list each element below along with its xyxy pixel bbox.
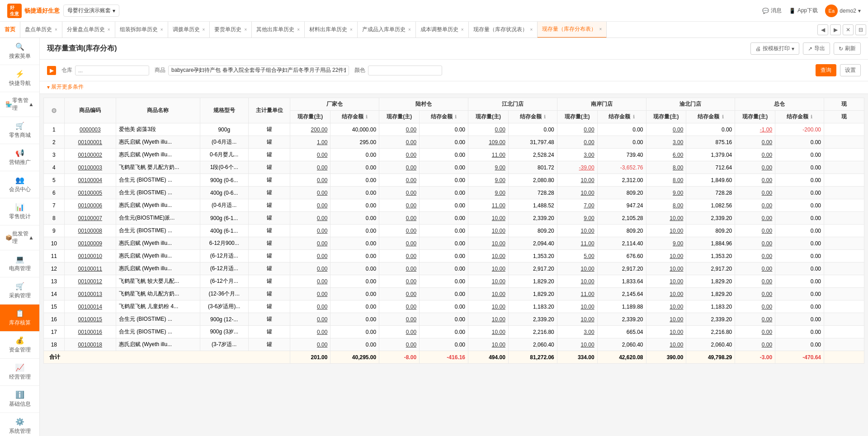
info-icon[interactable]: ℹ — [366, 114, 368, 119]
cell-chang-qty[interactable]: 0.00 — [290, 187, 330, 199]
cell-code[interactable]: 00100015 — [64, 313, 116, 326]
tab-close-all-btn[interactable]: ✕ — [843, 24, 854, 35]
cell-code[interactable]: 00100005 — [64, 187, 116, 199]
cell-yb-qty[interactable]: 6.00 — [646, 149, 686, 161]
cell-na-qty[interactable]: 10.00 — [557, 174, 597, 187]
cell-chang-qty[interactable]: 0.00 — [290, 338, 330, 351]
sidebar-item-1[interactable]: ⚡ 快捷导航 — [0, 65, 39, 92]
cell-chang-qty[interactable]: 0.00 — [290, 149, 330, 161]
sidebar-item-0[interactable]: 🔍 搜索英单 — [0, 38, 39, 65]
tab-menu-btn[interactable]: ⊟ — [855, 24, 866, 35]
cell-yb-qty[interactable]: 10.00 — [646, 338, 686, 351]
cell-lu-qty[interactable]: 0.00 — [379, 212, 420, 225]
refresh-btn[interactable]: ↻ 刷新 — [834, 42, 861, 55]
cell-jb-qty[interactable]: 9.00 — [468, 161, 508, 174]
cell-total-qty[interactable]: 0.00 — [735, 149, 775, 161]
sidebar-item-8[interactable]: 💻 电商管理 — [0, 250, 39, 277]
cell-total-qty[interactable]: -1.00 — [735, 123, 775, 136]
tab-item-2[interactable]: 分量盘点单历史× — [62, 22, 115, 38]
cell-chang-qty[interactable]: 0.00 — [290, 237, 330, 250]
cell-na-qty[interactable]: 10.00 — [557, 187, 597, 199]
cell-total-qty[interactable]: 0.00 — [735, 263, 775, 275]
cell-jb-qty[interactable]: 10.00 — [468, 263, 508, 275]
cell-yb-qty[interactable]: 10.00 — [646, 250, 686, 263]
tab-close-icon[interactable]: × — [160, 27, 163, 32]
cell-na-qty[interactable]: 10.00 — [557, 300, 597, 313]
cell-jb-qty[interactable]: 10.00 — [468, 300, 508, 313]
cell-lu-qty[interactable]: 0.00 — [379, 275, 420, 288]
cell-code[interactable]: 0000003 — [64, 123, 116, 136]
tab-close-icon[interactable]: × — [203, 27, 205, 32]
cell-chang-qty[interactable]: 0.00 — [290, 199, 330, 212]
cell-jb-qty[interactable]: 10.00 — [468, 212, 508, 225]
cell-yb-qty[interactable]: 8.00 — [646, 161, 686, 174]
sidebar-item-11[interactable]: 💰 资金管理 — [0, 332, 39, 359]
cell-chang-qty[interactable]: 0.00 — [290, 275, 330, 288]
tab-item-6[interactable]: 其他出库单历史× — [252, 22, 305, 38]
cell-yb-qty[interactable]: 10.00 — [646, 212, 686, 225]
cell-chang-qty[interactable]: 0.00 — [290, 326, 330, 338]
sidebar-item-14[interactable]: ⚙️ 系统管理 — [0, 413, 39, 436]
tab-next-btn[interactable]: ▶ — [830, 24, 841, 35]
cell-lu-qty[interactable]: 0.00 — [379, 326, 420, 338]
cell-na-qty[interactable]: 10.00 — [557, 225, 597, 237]
sidebar-item-4[interactable]: 📢 营销推广 — [0, 144, 39, 171]
cell-jb-qty[interactable]: 10.00 — [468, 338, 508, 351]
cell-chang-qty[interactable]: 0.00 — [290, 250, 330, 263]
tab-item-0[interactable]: 首页 — [0, 22, 20, 38]
info-icon[interactable]: ℹ — [722, 114, 724, 119]
cell-chang-qty[interactable]: 0.00 — [290, 212, 330, 225]
cell-chang-qty[interactable]: 0.00 — [290, 225, 330, 237]
cell-lu-qty[interactable]: 0.00 — [379, 123, 420, 136]
cell-chang-qty[interactable]: 0.00 — [290, 161, 330, 174]
cell-jb-qty[interactable]: 10.00 — [468, 225, 508, 237]
cell-yb-qty[interactable]: 10.00 — [646, 313, 686, 326]
tab-close-icon[interactable]: × — [108, 27, 110, 32]
cell-code[interactable]: 00100004 — [64, 174, 116, 187]
cell-na-qty[interactable]: 10.00 — [557, 313, 597, 326]
cell-chang-qty[interactable]: 0.00 — [290, 174, 330, 187]
cell-jb-qty[interactable]: 0.00 — [468, 123, 508, 136]
tab-item-11[interactable]: 现存量（库存分布表）× — [538, 22, 607, 38]
sidebar-item-6[interactable]: 📊 零售统计 — [0, 198, 39, 225]
cell-lu-qty[interactable]: 0.00 — [379, 288, 420, 300]
cell-code[interactable]: 00100009 — [64, 237, 116, 250]
sidebar-item-13[interactable]: ℹ️ 基础信息 — [0, 386, 39, 413]
cell-chang-qty[interactable]: 0.00 — [290, 300, 330, 313]
cell-jb-qty[interactable]: 10.00 — [468, 275, 508, 288]
cell-total-qty[interactable]: 0.00 — [735, 300, 775, 313]
cell-code[interactable]: 00100002 — [64, 149, 116, 161]
info-icon[interactable]: ℹ — [455, 114, 457, 119]
tab-item-1[interactable]: 盘点单历史× — [20, 22, 62, 38]
tab-item-4[interactable]: 调拨单历史× — [168, 22, 210, 38]
tab-prev-btn[interactable]: ◀ — [817, 24, 828, 35]
app-download-action[interactable]: 📱 App下载 — [789, 7, 818, 14]
cell-na-qty[interactable]: 10.00 — [557, 263, 597, 275]
cell-na-qty[interactable]: 0.00 — [557, 123, 597, 136]
info-icon[interactable]: ℹ — [811, 114, 812, 119]
cell-total-qty[interactable]: 0.00 — [735, 313, 775, 326]
cell-code[interactable]: 00100012 — [64, 275, 116, 288]
cell-chang-qty[interactable]: 1.00 — [290, 136, 330, 149]
cell-code[interactable]: 00100011 — [64, 263, 116, 275]
cell-total-qty[interactable]: 0.00 — [735, 136, 775, 149]
cell-total-qty[interactable]: 0.00 — [735, 237, 775, 250]
tab-close-icon[interactable]: × — [461, 27, 464, 32]
cell-yb-qty[interactable]: 0.00 — [646, 123, 686, 136]
cell-jb-qty[interactable]: 11.00 — [468, 199, 508, 212]
cell-lu-qty[interactable]: 0.00 — [379, 250, 420, 263]
cell-total-qty[interactable]: 0.00 — [735, 161, 775, 174]
cell-na-qty[interactable]: 7.00 — [557, 199, 597, 212]
cell-na-qty[interactable]: 10.00 — [557, 338, 597, 351]
cell-na-qty[interactable]: 11.00 — [557, 288, 597, 300]
cell-jb-qty[interactable]: 9.00 — [468, 174, 508, 187]
cell-na-qty[interactable]: 3.00 — [557, 326, 597, 338]
cell-chang-qty[interactable]: 0.00 — [290, 263, 330, 275]
sidebar-item-10[interactable]: 📋 库存核算 — [0, 305, 39, 332]
cell-code[interactable]: 00100014 — [64, 300, 116, 313]
cell-yb-qty[interactable]: 10.00 — [646, 326, 686, 338]
cell-lu-qty[interactable]: 0.00 — [379, 149, 420, 161]
cell-na-qty[interactable]: 3.00 — [557, 149, 597, 161]
filter-collapse-btn[interactable]: ▶ — [47, 66, 56, 75]
cell-total-qty[interactable]: 0.00 — [735, 288, 775, 300]
